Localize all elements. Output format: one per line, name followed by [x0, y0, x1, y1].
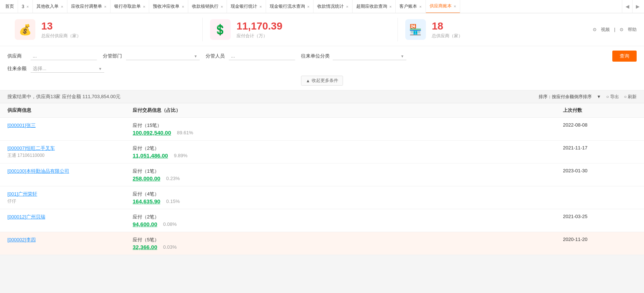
- close-tab-cash-bank-stat[interactable]: ×: [259, 4, 262, 9]
- close-tab-collection-verify[interactable]: ×: [221, 4, 223, 9]
- summary-text-payable-amount: 11,170.39应付合计（万）: [237, 20, 283, 39]
- transaction-percent-row-2: 9.89%: [174, 153, 188, 158]
- separator: |: [614, 27, 615, 32]
- supplier-name-row-1: [000001]张三: [7, 122, 133, 129]
- supplier-link-row-2[interactable]: [000007]恒旺二手叉车: [7, 145, 55, 151]
- nav-tab-bank-deposit[interactable]: 银行存取款单×: [111, 0, 149, 13]
- nav-left-arrow[interactable]: ◀: [622, 0, 632, 13]
- filter-row-2: 往来余额 选择...: [7, 65, 637, 73]
- supplier-info-row-4: [001]广州荣轩仔仔: [7, 191, 133, 204]
- last-pay-row-3: 2023-01-30: [563, 168, 637, 173]
- table-row: [000012]广州贝瑞应付（2笔）94,600.000.08%2021-03-…: [0, 209, 644, 232]
- transaction-amount-row-4[interactable]: 164,635.90: [133, 198, 160, 204]
- transaction-amount-row-5[interactable]: 94,600.00: [133, 221, 157, 227]
- summary-item-total-suppliers: 🏪18总供应商（家）: [398, 18, 593, 41]
- nav-tab-supplier-ledger[interactable]: 供应商账本×: [426, 0, 460, 13]
- person-input[interactable]: [229, 52, 295, 60]
- filter-person: 分管人员: [206, 52, 295, 60]
- nav-tab-pre-ar[interactable]: 预收冲应收单×: [149, 0, 188, 13]
- filter-category: 往来单位分类: [301, 52, 406, 60]
- transaction-amount-row-3[interactable]: 258,000.00: [133, 175, 160, 182]
- export-link[interactable]: ○ 导出: [606, 94, 619, 100]
- transaction-info-row-6: 应付（5笔）32,366.000.03%: [133, 237, 563, 250]
- supplier-link-row-6[interactable]: [000002]李四: [7, 237, 36, 242]
- nav-tab-overdue-ar[interactable]: 超期应收款查询×: [353, 0, 396, 13]
- close-tab-overdue-ar[interactable]: ×: [389, 4, 392, 9]
- amount-row-row-5: 94,600.000.08%: [133, 221, 563, 227]
- transaction-label-row-1: 应付（15笔）: [133, 122, 563, 129]
- nav-tab-cash-bank-stat[interactable]: 现金银行统计×: [227, 0, 266, 13]
- supplier-input[interactable]: [31, 52, 97, 60]
- filter-supplier: 供应商: [7, 52, 97, 60]
- supplier-info-row-1: [000001]张三: [7, 122, 133, 129]
- dept-select[interactable]: [126, 52, 200, 60]
- help-link[interactable]: 帮助: [628, 27, 637, 33]
- transaction-label-row-6: 应付（5笔）: [133, 237, 563, 243]
- nav-right-arrow[interactable]: ▶: [632, 0, 643, 13]
- video-icon: ⊙: [593, 27, 596, 32]
- summary-label-payable-amount: 应付合计（万）: [237, 33, 283, 39]
- video-link[interactable]: 视频: [601, 27, 610, 33]
- close-tab-ar-ap-adjust[interactable]: ×: [104, 4, 106, 9]
- supplier-link-row-1[interactable]: [000001]张三: [7, 123, 36, 128]
- close-tab-collection-stat[interactable]: ×: [346, 4, 348, 9]
- transaction-amount-row-2[interactable]: 11,051,486.00: [133, 152, 168, 159]
- summary-bar: 💰13总应付供应商（家）💲11,170.39应付合计（万）🏪18总供应商（家） …: [0, 13, 644, 46]
- filter-balance: 往来余额 选择...: [7, 65, 104, 73]
- nav-tab-other-income[interactable]: 其他收入单×: [33, 0, 67, 13]
- refresh-icon: ○: [624, 94, 627, 99]
- summary-label-total-suppliers: 总供应商（家）: [432, 33, 463, 39]
- nav-tab-collection-verify[interactable]: 收款核销执行×: [188, 0, 227, 13]
- transaction-amount-row-6[interactable]: 32,366.00: [133, 244, 157, 250]
- supplier-sub-row-2: 王通 17106110000: [7, 152, 133, 159]
- close-tab-bank-deposit[interactable]: ×: [143, 4, 145, 9]
- amount-row-row-1: 100,092,540.0089.61%: [133, 130, 563, 136]
- amount-row-row-2: 11,051,486.009.89%: [133, 152, 563, 159]
- nav-tab-collection-stat[interactable]: 收款情况统计×: [314, 0, 352, 13]
- close-tab-pre-ar[interactable]: ×: [182, 4, 184, 9]
- amount-row-row-3: 258,000.000.23%: [133, 175, 563, 182]
- close-tab-tab3[interactable]: ×: [27, 4, 29, 9]
- close-tab-customer-ledger[interactable]: ×: [419, 4, 421, 9]
- supplier-link-row-5[interactable]: [000012]广州贝瑞: [7, 214, 45, 220]
- summary-label-payable-suppliers: 总应付供应商（家）: [41, 33, 81, 39]
- collapse-label: 收起更多条件: [312, 77, 338, 84]
- query-button[interactable]: 查询: [612, 51, 637, 62]
- amount-row-row-6: 32,366.000.03%: [133, 244, 563, 250]
- category-select[interactable]: [333, 52, 406, 60]
- close-tab-other-income[interactable]: ×: [61, 4, 63, 9]
- table-row: [000100]本特勤油品有限公司应付（1笔）258,000.000.23%20…: [0, 163, 644, 186]
- supplier-link-row-4[interactable]: [001]广州荣轩: [7, 191, 37, 197]
- export-icon: ○: [606, 94, 609, 99]
- refresh-link[interactable]: ○ 刷新: [624, 94, 637, 100]
- supplier-info-row-2: [000007]恒旺二手叉车王通 17106110000: [7, 145, 133, 159]
- close-tab-cash-bank-flow[interactable]: ×: [307, 4, 309, 9]
- summary-text-payable-suppliers: 13总应付供应商（家）: [41, 20, 81, 39]
- transaction-percent-row-6: 0.03%: [163, 244, 177, 250]
- refresh-label: 刷新: [628, 94, 637, 100]
- transaction-info-row-3: 应付（1笔）258,000.000.23%: [133, 168, 563, 182]
- person-label: 分管人员: [206, 53, 226, 59]
- close-tab-supplier-ledger[interactable]: ×: [454, 4, 456, 8]
- nav-tab-ar-ap-adjust[interactable]: 应收应付调整单×: [67, 0, 111, 13]
- table-row: [000007]恒旺二手叉车王通 17106110000应付（2笔）11,051…: [0, 141, 644, 163]
- transaction-percent-row-4: 0.15%: [166, 199, 180, 204]
- summary-icon-payable-suppliers: 💰: [15, 19, 35, 40]
- collapse-button[interactable]: ▲ 收起更多条件: [301, 76, 343, 86]
- summary-value-payable-suppliers: 13: [41, 20, 81, 32]
- sort-icon: ▼: [597, 94, 601, 99]
- supplier-info-row-5: [000012]广州贝瑞: [7, 214, 133, 220]
- summary-value-total-suppliers: 18: [432, 20, 463, 32]
- nav-tab-home[interactable]: 首页: [1, 0, 18, 13]
- nav-tab-customer-ledger[interactable]: 客户账本×: [396, 0, 426, 13]
- supplier-link-row-3[interactable]: [000100]本特勤油品有限公司: [7, 168, 69, 174]
- col-header-transaction: 应付交易信息（占比）: [133, 107, 563, 114]
- nav-tab-cash-bank-flow[interactable]: 现金银行流水查询×: [266, 0, 314, 13]
- transaction-label-row-3: 应付（1笔）: [133, 168, 563, 175]
- transaction-amount-row-1[interactable]: 100,092,540.00: [133, 130, 171, 136]
- col-header-last-pay: 上次付数: [563, 107, 637, 114]
- nav-tab-tab3[interactable]: 3×: [18, 0, 33, 13]
- table-row: [000001]张三应付（15笔）100,092,540.0089.61%202…: [0, 118, 644, 141]
- balance-select[interactable]: 选择...: [31, 65, 104, 73]
- summary-icon-total-suppliers: 🏪: [405, 19, 426, 40]
